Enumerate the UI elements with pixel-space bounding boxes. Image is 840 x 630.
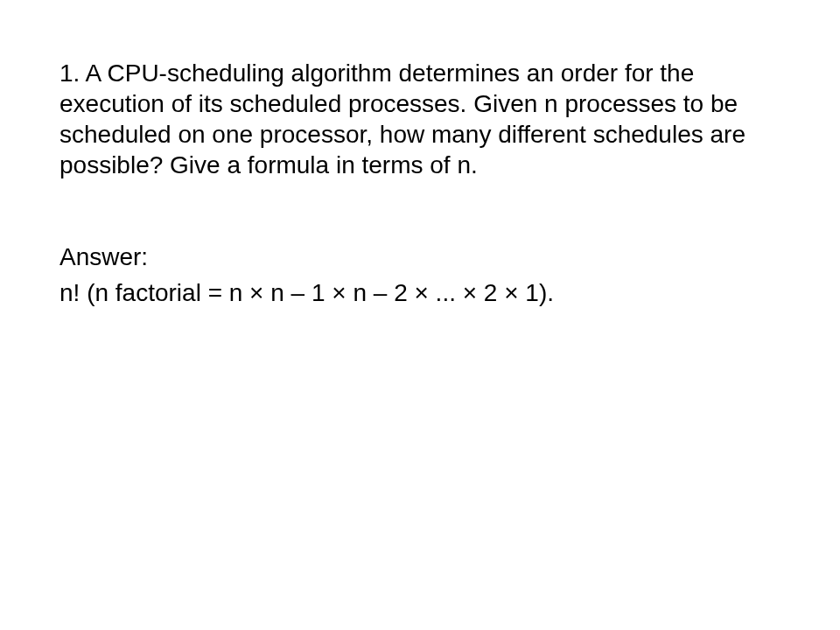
question-text: 1. A CPU-scheduling algorithm determines… [60,58,780,180]
answer-text: n! (n factorial = n × n – 1 × n – 2 × ..… [60,277,780,308]
answer-label: Answer: [60,242,780,272]
